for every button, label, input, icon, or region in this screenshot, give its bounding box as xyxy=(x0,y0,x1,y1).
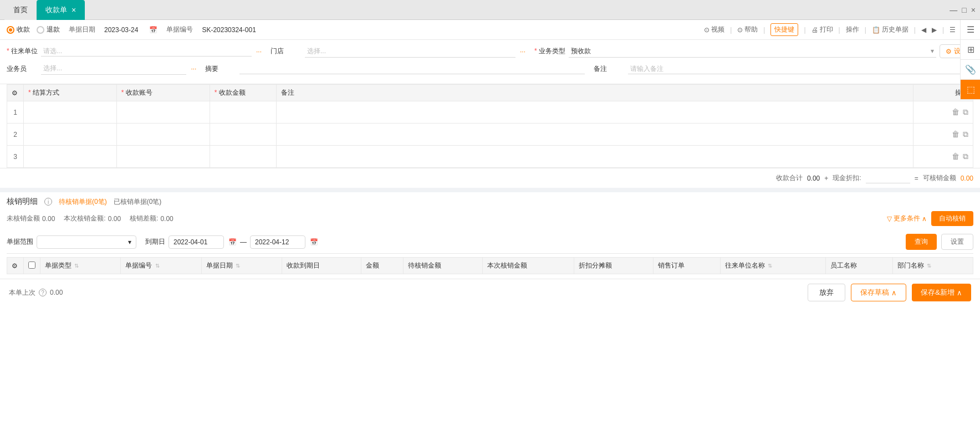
partner-dots-btn[interactable]: ··· xyxy=(256,48,262,55)
table-account-header: * 收款账号 xyxy=(116,85,210,101)
bt-partner-header: 往来单位名称 ⇅ xyxy=(720,258,825,274)
table-row: 3 🗑 ⧉ xyxy=(7,146,973,168)
sort-date-icon: ⇅ xyxy=(236,263,240,269)
account-cell-1[interactable] xyxy=(116,101,210,124)
close-btn[interactable]: × xyxy=(971,6,976,14)
unrealized-label: 未核销金额 xyxy=(7,214,40,223)
copy-row-btn-3[interactable]: ⧉ xyxy=(963,152,968,161)
remark-cell-2[interactable] xyxy=(276,124,913,146)
current-label: 本次核销金额: xyxy=(64,214,105,223)
filter-settings-btn[interactable]: 设置 xyxy=(941,234,973,250)
table-section: ⚙ * 结算方式 * 收款账号 * 收款金额 备注 操作 xyxy=(0,84,980,168)
account-cell-2[interactable] xyxy=(116,124,210,146)
summary-row: 收款合计 0.00 + 现金折扣: = 可核销金额 0.00 xyxy=(0,168,980,188)
biztype-field: * 业务类型 预收款 ▾ ⚙ 设置 xyxy=(534,44,973,58)
range-arrow-icon: ▾ xyxy=(128,238,131,246)
footer-info-icon[interactable]: ? xyxy=(39,289,47,296)
copy-row-btn-2[interactable]: ⧉ xyxy=(963,130,968,139)
bt-settings-header[interactable]: ⚙ xyxy=(7,258,24,274)
history-link[interactable]: 📋 历史单据 xyxy=(872,25,908,34)
next-icon[interactable]: ▶ xyxy=(932,26,937,34)
staff-select[interactable]: 选择... xyxy=(41,63,186,75)
bt-order-header: 销售订单 xyxy=(654,258,721,274)
select-all-checkbox[interactable] xyxy=(28,261,35,269)
account-cell-3[interactable] xyxy=(116,146,210,168)
video-link[interactable]: ⊙ 视频 xyxy=(704,25,724,34)
delete-row-btn-3[interactable]: 🗑 xyxy=(952,152,959,161)
remark-cell-3[interactable] xyxy=(276,146,913,168)
range-select[interactable]: ▾ xyxy=(37,235,136,249)
remark-input[interactable] xyxy=(628,64,973,74)
auto-verify-btn[interactable]: 自动核销 xyxy=(931,211,973,226)
diff-value: 0.00 xyxy=(160,215,173,223)
calendar-from-icon[interactable]: 📅 xyxy=(228,238,237,246)
tab-close-icon[interactable]: × xyxy=(72,6,76,14)
radio-refund[interactable]: 退款 xyxy=(37,25,60,34)
verify-info-icon[interactable]: i xyxy=(44,198,52,206)
help-link[interactable]: ⊙ 帮助 xyxy=(737,25,758,34)
right-panel-grid-btn[interactable]: ⊞ xyxy=(961,40,980,60)
footer-actions: 放弃 保存草稿 ∧ 保存&新增 ∧ xyxy=(808,284,971,301)
payment-cell-3[interactable] xyxy=(24,146,117,168)
table-row: 1 🗑 ⧉ xyxy=(7,101,973,124)
date-from-input[interactable] xyxy=(169,235,224,249)
tab-home[interactable]: 首页 xyxy=(4,0,37,20)
query-btn[interactable]: 查询 xyxy=(906,234,937,250)
calendar-icon[interactable]: 📅 xyxy=(149,26,157,34)
biztype-select[interactable]: 预收款 ▾ xyxy=(569,45,936,58)
table-settings-header[interactable]: ⚙ xyxy=(7,85,24,101)
list-icon[interactable]: ☰ xyxy=(950,26,956,34)
delete-row-btn-1[interactable]: 🗑 xyxy=(952,107,959,117)
remark-field: 备注 xyxy=(594,64,973,74)
discount-label: 现金折扣: xyxy=(833,173,861,183)
due-label: 到期日 xyxy=(145,237,165,247)
payment-cell-1[interactable] xyxy=(24,101,117,124)
copy-row-btn-1[interactable]: ⧉ xyxy=(963,107,968,117)
tab-done[interactable]: 已核销单据(0笔) xyxy=(114,197,162,207)
right-panel-expand-btn[interactable]: ⬚ xyxy=(961,80,980,100)
store-select[interactable]: 选择... xyxy=(305,45,515,58)
partner-input[interactable] xyxy=(41,46,252,57)
prev-icon[interactable]: ◀ xyxy=(921,26,926,34)
sort-dept-icon: ⇅ xyxy=(927,263,931,269)
right-panel: ☰ ⊞ 📎 ⬚ xyxy=(960,20,980,100)
print-link[interactable]: 🖨 打印 xyxy=(811,25,833,34)
bt-staff-header: 员工名称 xyxy=(825,258,892,274)
amount-cell-1[interactable] xyxy=(210,101,276,124)
tab-receipt[interactable]: 收款单 × xyxy=(37,0,85,20)
footer-info: 本单上次 ? 0.00 xyxy=(9,288,63,298)
window-controls: — □ × xyxy=(950,6,976,14)
bt-checkbox-header xyxy=(24,258,40,274)
more-filter-link[interactable]: ▽ 更多条件 ∧ xyxy=(887,214,927,223)
date-to-input[interactable] xyxy=(250,235,305,249)
remark-cell-1[interactable] xyxy=(276,101,913,124)
payment-cell-2[interactable] xyxy=(24,124,117,146)
calendar-to-icon[interactable]: 📅 xyxy=(310,238,318,246)
operation-link[interactable]: 操作 xyxy=(846,25,859,34)
date-label: 单据日期 xyxy=(69,25,95,34)
right-panel-table-btn[interactable]: ☰ xyxy=(961,20,980,40)
summary-input[interactable] xyxy=(239,64,585,74)
current-value: 0.00 xyxy=(108,215,121,223)
save-new-btn[interactable]: 保存&新增 ∧ xyxy=(912,284,971,301)
amount-cell-3[interactable] xyxy=(210,146,276,168)
radio-receipt[interactable]: 收款 xyxy=(7,25,30,34)
toolbar-actions: ⊙ 视频 | ⊙ 帮助 | 快捷键 | 🖨 打印 | 操作 | 📋 xyxy=(704,23,973,36)
draft-btn[interactable]: 保存草稿 ∧ xyxy=(851,284,906,301)
abandon-btn[interactable]: 放弃 xyxy=(808,284,845,301)
staff-dots-btn[interactable]: ··· xyxy=(191,65,196,73)
tab-pending[interactable]: 待核销单据(0笔) xyxy=(59,197,107,207)
right-panel-attach-btn[interactable]: 📎 xyxy=(961,60,980,80)
discount-input[interactable] xyxy=(866,173,910,183)
minimize-btn[interactable]: — xyxy=(950,6,957,14)
shortcut-link[interactable]: 快捷键 xyxy=(770,23,798,36)
delete-row-btn-2[interactable]: 🗑 xyxy=(952,130,959,139)
maximize-btn[interactable]: □ xyxy=(962,6,966,14)
amount-cell-2[interactable] xyxy=(210,124,276,146)
table-row: 2 🗑 ⧉ xyxy=(7,124,973,146)
sort-partner-icon: ⇅ xyxy=(768,263,772,269)
help-icon: ⊙ xyxy=(737,26,743,34)
save-arrow-icon: ∧ xyxy=(957,289,962,297)
store-dots-btn[interactable]: ··· xyxy=(520,48,525,55)
bt-type-header: 单据类型 ⇅ xyxy=(40,258,121,274)
